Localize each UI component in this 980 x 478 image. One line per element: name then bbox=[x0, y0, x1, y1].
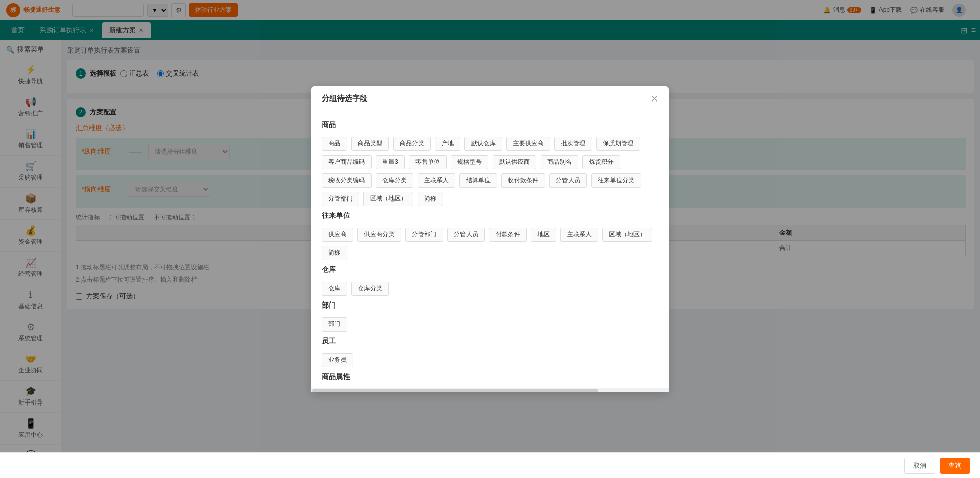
field-tag-0-18[interactable]: 结算单位 bbox=[459, 173, 497, 188]
modal-section-title-0: 商品 bbox=[322, 120, 658, 132]
field-tag-0-15[interactable]: 税收分类编码 bbox=[322, 173, 372, 188]
field-tag-0-22[interactable]: 分管部门 bbox=[322, 192, 359, 206]
field-tag-0-6[interactable]: 批次管理 bbox=[554, 137, 592, 151]
bottom-bar: 取消 查询 bbox=[0, 452, 980, 478]
field-tag-1-3[interactable]: 分管人员 bbox=[447, 228, 485, 242]
modal-overlay: 分组待选字段 ✕ 商品商品商品类型商品分类产地默认仓库主要供应商批次管理保质期管… bbox=[0, 0, 980, 478]
field-tag-1-2[interactable]: 分管部门 bbox=[405, 228, 443, 242]
modal-section-fields-0: 商品商品类型商品分类产地默认仓库主要供应商批次管理保质期管理客户商品编码重量3零… bbox=[322, 137, 658, 206]
field-tag-0-2[interactable]: 商品分类 bbox=[393, 137, 431, 151]
field-tag-0-0[interactable]: 商品 bbox=[322, 137, 347, 151]
field-tag-0-21[interactable]: 往来单位分类 bbox=[591, 173, 641, 188]
field-tag-1-6[interactable]: 主联系人 bbox=[560, 228, 598, 242]
modal-section-fields-3: 部门 bbox=[322, 317, 658, 332]
field-tag-2-0[interactable]: 仓库 bbox=[322, 282, 347, 296]
modal-body[interactable]: 商品商品商品类型商品分类产地默认仓库主要供应商批次管理保质期管理客户商品编码重量… bbox=[311, 112, 669, 388]
modal-section-title-4: 员工 bbox=[322, 337, 658, 348]
field-tag-1-4[interactable]: 付款条件 bbox=[489, 228, 527, 242]
modal-scrollbar-area bbox=[311, 388, 669, 392]
field-tag-1-0[interactable]: 供应商 bbox=[322, 228, 353, 242]
field-tag-0-4[interactable]: 默认仓库 bbox=[464, 137, 502, 151]
field-tag-1-1[interactable]: 供应商分类 bbox=[357, 228, 401, 242]
field-tag-0-5[interactable]: 主要供应商 bbox=[506, 137, 550, 151]
modal-section-title-5: 商品属性 bbox=[322, 372, 658, 384]
cancel-button[interactable]: 取消 bbox=[904, 458, 935, 474]
field-tag-4-0[interactable]: 业务员 bbox=[322, 353, 353, 367]
field-tag-2-1[interactable]: 仓库分类 bbox=[351, 282, 389, 296]
field-tag-3-0[interactable]: 部门 bbox=[322, 317, 347, 332]
field-tag-0-7[interactable]: 保质期管理 bbox=[596, 137, 640, 151]
field-tag-1-5[interactable]: 地区 bbox=[531, 228, 556, 242]
field-tag-0-9[interactable]: 重量3 bbox=[376, 155, 405, 169]
confirm-button[interactable]: 查询 bbox=[940, 458, 970, 474]
field-tag-0-1[interactable]: 商品类型 bbox=[351, 137, 389, 151]
modal-scrollbar-thumb bbox=[312, 389, 598, 392]
field-tag-0-8[interactable]: 客户商品编码 bbox=[322, 155, 372, 169]
modal-section-fields-4: 业务员 bbox=[322, 353, 658, 367]
modal-section-fields-1: 供应商供应商分类分管部门分管人员付款条件地区主联系人区域（地区）简称 bbox=[322, 228, 658, 260]
modal-section-title-3: 部门 bbox=[322, 301, 658, 312]
field-tag-0-11[interactable]: 规格型号 bbox=[451, 155, 488, 169]
field-tag-0-14[interactable]: 炼货积分 bbox=[582, 155, 620, 169]
modal: 分组待选字段 ✕ 商品商品商品类型商品分类产地默认仓库主要供应商批次管理保质期管… bbox=[311, 86, 669, 392]
modal-section-title-1: 往来单位 bbox=[322, 211, 658, 222]
field-tag-0-13[interactable]: 商品别名 bbox=[541, 155, 578, 169]
field-tag-0-16[interactable]: 仓库分类 bbox=[376, 173, 413, 188]
modal-close-button[interactable]: ✕ bbox=[651, 93, 658, 105]
field-tag-1-7[interactable]: 区域（地区） bbox=[602, 228, 652, 242]
field-tag-0-17[interactable]: 主联系人 bbox=[418, 173, 455, 188]
field-tag-1-8[interactable]: 简称 bbox=[322, 246, 347, 260]
modal-header: 分组待选字段 ✕ bbox=[311, 86, 669, 112]
field-tag-0-12[interactable]: 默认供应商 bbox=[493, 155, 536, 169]
field-tag-0-20[interactable]: 分管人员 bbox=[549, 173, 587, 188]
field-tag-0-10[interactable]: 零售单位 bbox=[409, 155, 447, 169]
modal-section-title-2: 仓库 bbox=[322, 265, 658, 276]
modal-section-fields-2: 仓库仓库分类 bbox=[322, 282, 658, 296]
field-tag-0-23[interactable]: 区域（地区） bbox=[363, 192, 413, 206]
field-tag-0-3[interactable]: 产地 bbox=[435, 137, 460, 151]
field-tag-0-24[interactable]: 简称 bbox=[418, 192, 443, 206]
modal-title: 分组待选字段 bbox=[322, 94, 368, 104]
field-tag-0-19[interactable]: 收付款条件 bbox=[501, 173, 545, 188]
